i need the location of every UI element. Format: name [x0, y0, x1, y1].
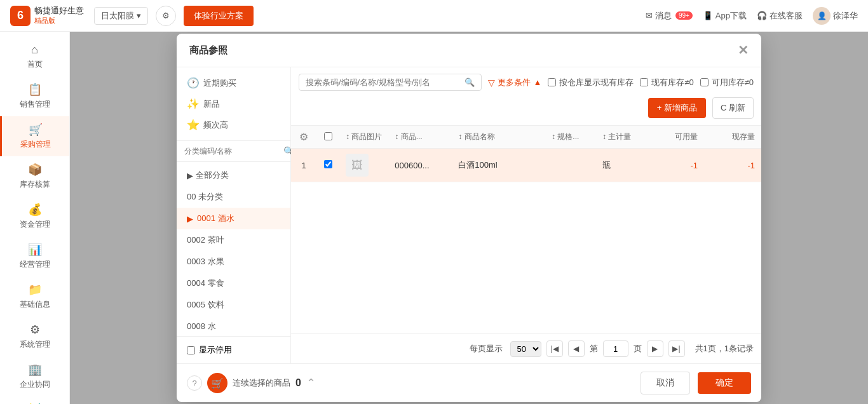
settings-button[interactable]: ⚙: [156, 6, 176, 26]
sidebar-item-inventory[interactable]: 📦 库存核算: [0, 156, 69, 196]
warehouse-filter-checkbox[interactable]: [548, 78, 556, 86]
display-disabled-area: 显示停用: [177, 336, 290, 363]
app-download-button[interactable]: 📱 App下载: [703, 10, 747, 22]
cart-label: 连续选择的商品: [233, 377, 290, 389]
right-panel: 🔍 ▽ 更多条件 ▲ 按仓库显示现有库存: [291, 67, 761, 363]
select-all-checkbox[interactable]: [324, 132, 332, 140]
sidebar-label-system: 系统管理: [20, 339, 50, 350]
category-panel: 🕐 近期购买 ✨ 新品 ⭐ 频次高: [177, 67, 291, 363]
table-row[interactable]: 1 🖼 000600... 白酒100ml: [291, 149, 761, 182]
stock-filter[interactable]: 现有库存≠0: [640, 77, 693, 88]
page-label: 第: [590, 343, 598, 354]
per-page-label: 每页显示: [470, 343, 503, 354]
home-icon: ⌂: [31, 43, 38, 57]
sidebar-item-home[interactable]: ⌂ 首页: [0, 37, 69, 76]
row-code-cell: 000600...: [388, 149, 452, 182]
cat-snack[interactable]: 0004 零食: [177, 273, 290, 294]
modal-close-button[interactable]: ✕: [738, 43, 749, 58]
settings-icon[interactable]: ⚙: [299, 131, 308, 142]
product-thumbnail: 🖼: [346, 154, 369, 177]
row-checkbox[interactable]: [324, 160, 332, 168]
star-icon: ⭐: [187, 119, 200, 131]
page-suffix: 页: [634, 343, 642, 354]
filter-icon: ▽: [488, 77, 495, 88]
stock-filter-checkbox[interactable]: [640, 78, 648, 86]
more-filters-button[interactable]: ▽ 更多条件 ▲: [488, 77, 541, 88]
category-search-input[interactable]: [184, 147, 280, 156]
main-layout: ⌂ 首页 📋 销售管理 🛒 采购管理 📦 库存核算 💰 资金管理 📊 经营管理 …: [0, 32, 868, 404]
top-navigation: 6 畅捷通好生意 精品版 日太阳膜 ▾ ⚙ 体验行业方案 ✉ 消息 99+ 📱 …: [0, 0, 868, 32]
collapse-footer-button[interactable]: ⌃: [306, 376, 316, 390]
sidebar-item-sales[interactable]: 📋 销售管理: [0, 76, 69, 116]
user-avatar-button[interactable]: 👤 徐泽华: [813, 7, 858, 25]
row-image-cell: 🖼: [339, 149, 388, 182]
sidebar-item-basic-info[interactable]: 📁 基础信息: [0, 276, 69, 316]
new-icon: ✨: [187, 98, 200, 110]
inventory-icon: 📦: [28, 163, 42, 177]
sidebar-item-guide[interactable]: 🔰 新手引导: [0, 396, 69, 404]
cat-liquor[interactable]: ▶ 0001 酒水: [177, 208, 290, 229]
cat-uncategorized[interactable]: 00 未分类: [177, 186, 290, 208]
modal-header: 商品参照 ✕: [177, 34, 761, 67]
display-disabled-checkbox[interactable]: [187, 346, 195, 354]
sidebar-label-purchase: 采购管理: [20, 139, 51, 150]
cancel-button[interactable]: 取消: [641, 372, 690, 394]
logo-area: 6 畅捷通好生意 精品版: [10, 6, 86, 26]
cat-fruit[interactable]: 0003 水果: [177, 251, 290, 273]
row-checkbox-cell: [316, 149, 339, 182]
row-unit-cell: 瓶: [596, 149, 647, 182]
cat-water[interactable]: 0008 水: [177, 316, 290, 336]
refresh-button[interactable]: C 刷新: [712, 97, 754, 119]
category-list: ▶ 全部分类 00 未分类 ▶ 0001 酒水 0002 茶: [177, 162, 290, 336]
next-page-button[interactable]: ▶: [647, 340, 663, 357]
cat-beverage[interactable]: 0005 饮料: [177, 294, 290, 316]
online-service-button[interactable]: 🎧 在线客服: [757, 10, 803, 22]
sidebar-label-home: 首页: [27, 59, 43, 70]
page-number-input[interactable]: 1: [603, 340, 628, 357]
product-search-input[interactable]: [306, 77, 461, 87]
chevron-down-icon: ▾: [137, 11, 141, 20]
quick-recent[interactable]: 🕐 近期购买: [177, 72, 290, 93]
per-page-select[interactable]: 50: [510, 341, 541, 357]
col-avail-header: 可用量: [647, 126, 704, 149]
messages-button[interactable]: ✉ 消息 99+: [646, 10, 693, 22]
cat-tea[interactable]: 0002 茶叶: [177, 229, 290, 251]
display-disabled-label[interactable]: 显示停用: [199, 344, 232, 356]
prev-page-button[interactable]: ◀: [568, 340, 585, 357]
sidebar: ⌂ 首页 📋 销售管理 🛒 采购管理 📦 库存核算 💰 资金管理 📊 经营管理 …: [0, 32, 70, 404]
add-product-button[interactable]: + 新增商品: [648, 98, 706, 118]
product-table-area: ⚙ ↕ 商品图片: [291, 126, 761, 333]
row-spec-cell: [545, 149, 596, 182]
avail-filter[interactable]: 可用库存≠0: [700, 77, 754, 88]
sidebar-item-enterprise[interactable]: 🏢 企业协同: [0, 356, 69, 396]
quick-new[interactable]: ✨ 新品: [177, 93, 290, 114]
sidebar-item-operations[interactable]: 📊 经营管理: [0, 236, 69, 276]
confirm-button[interactable]: 确定: [698, 372, 751, 394]
sidebar-item-finance[interactable]: 💰 资金管理: [0, 196, 69, 236]
row-num: 1: [291, 149, 316, 182]
category-search: 🔍: [177, 141, 290, 162]
first-page-button[interactable]: |◀: [546, 340, 563, 357]
search-icon[interactable]: 🔍: [465, 77, 475, 87]
sidebar-item-system[interactable]: ⚙ 系统管理: [0, 316, 69, 356]
avail-filter-checkbox[interactable]: [700, 78, 709, 86]
operations-icon: 📊: [28, 243, 42, 257]
help-icon[interactable]: ?: [187, 375, 202, 391]
col-checkbox: [316, 126, 339, 149]
col-name-header: ↕ 商品名称: [452, 126, 545, 149]
cat-all[interactable]: ▶ 全部分类: [177, 165, 290, 186]
store-selector[interactable]: 日太阳膜 ▾: [94, 7, 148, 25]
col-code-header: ↕ 商品...: [388, 126, 452, 149]
product-table: ⚙ ↕ 商品图片: [291, 126, 761, 182]
sidebar-label-sales: 销售管理: [20, 99, 50, 110]
trial-button[interactable]: 体验行业方案: [184, 6, 254, 26]
sidebar-label-finance: 资金管理: [20, 219, 50, 230]
sidebar-item-purchase[interactable]: 🛒 采购管理: [0, 116, 69, 156]
col-settings: ⚙: [291, 126, 316, 149]
logo-text: 畅捷通好生意 精品版: [34, 6, 84, 26]
last-page-button[interactable]: ▶|: [668, 340, 685, 357]
clock-icon: 🕐: [187, 77, 200, 89]
sidebar-label-enterprise: 企业协同: [20, 379, 50, 390]
warehouse-filter[interactable]: 按仓库显示现有库存: [548, 77, 634, 88]
quick-frequent[interactable]: ⭐ 频次高: [177, 114, 290, 135]
